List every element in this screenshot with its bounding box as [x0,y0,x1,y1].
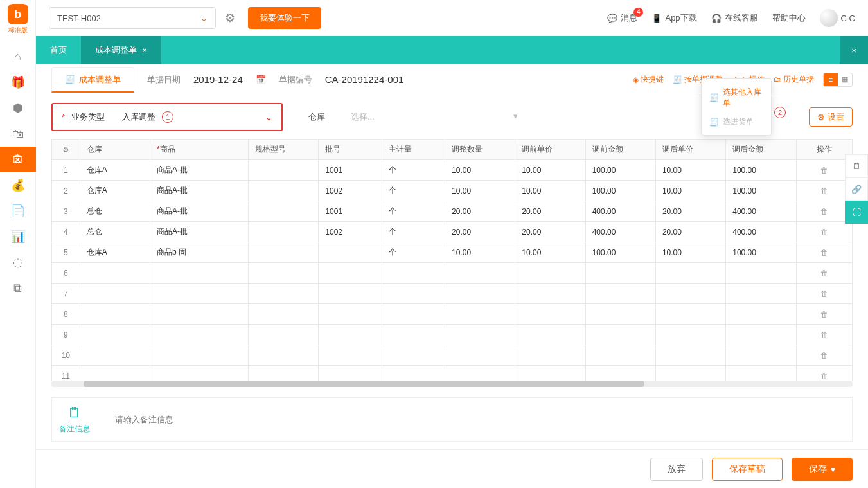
date-value[interactable]: 2019-12-24 [193,74,243,85]
popup-other-inbound[interactable]: 🧾 选其他入库单 [702,83,771,113]
shortcut-button[interactable]: ◈ 快捷键 [633,74,664,85]
delete-icon[interactable]: 🗑 [820,228,828,237]
delete-icon[interactable]: 🗑 [820,330,828,339]
table-row[interactable]: 4总仓商品A-批1002个20.0020.00400.0020.00400.00… [52,222,853,242]
popup-purchase: 🧾 选进货单 [702,113,771,131]
delete-icon[interactable]: 🗑 [820,372,828,381]
col-post-amt: 调后金额 [726,140,796,160]
table-row[interactable]: 9🗑 [52,325,853,345]
view-toggle[interactable]: ≡▦ [823,73,853,87]
table-row[interactable]: 5仓库A商品b 固个10.0010.00100.0010.00100.00🗑 [52,242,853,263]
col-product: *商品 [150,140,249,160]
document-icon: 🧾 [65,75,75,84]
nav-new-icon[interactable]: ⧉ [0,275,36,301]
help-button[interactable]: 帮助中心 [772,12,806,24]
annotation-1: 1 [162,111,173,123]
grid-view-icon[interactable]: ▦ [838,73,852,86]
settings-button[interactable]: ⚙ 设置 [809,107,853,127]
list-view-icon[interactable]: ≡ [824,73,838,86]
try-button[interactable]: 我要体验一下 [248,7,321,29]
delete-icon[interactable]: 🗑 [820,248,828,257]
table-row[interactable]: 7🗑 [52,284,853,304]
phone-icon: 📱 [651,14,662,23]
tab-home[interactable]: 首页 [36,36,81,64]
table-row[interactable]: 11🗑 [52,366,853,381]
close-all-icon[interactable]: × [840,36,868,64]
delete-icon[interactable]: 🗑 [820,310,828,319]
sidebar: b 标准版 ⌂ 🎁 ⬢ 🛍 🏚 💰 📄 📊 ◌ ⧉ [0,0,36,488]
nav-report-icon[interactable]: 📊 [0,224,36,249]
col-qty: 调整数量 [445,140,515,160]
table-row[interactable]: 8🗑 [52,304,853,325]
table-row[interactable]: 3总仓商品A-批1001个20.0020.00400.0020.00400.00… [52,201,853,222]
date-label: 单据日期 [147,74,181,86]
filters-row: * 业务类型 入库调整 1 ⌄ 仓库 选择... 🧾 选其他入库单 🧾 选进货单… [36,95,868,139]
col-unit: 主计量 [382,140,445,160]
user-menu[interactable]: C C [820,9,855,27]
data-table: ⚙ 仓库 *商品 规格型号 批号 主计量 调整数量 调前单价 调前金额 调后单价… [51,139,853,381]
chevron-down-icon: ⌄ [265,113,272,122]
warehouse-select[interactable]: 选择... [351,111,518,123]
nav-gift-icon[interactable]: 🎁 [0,69,36,95]
biz-value: 入库调整 [122,111,155,123]
table-row[interactable]: 6🗑 [52,263,853,284]
nav-house-icon[interactable]: ⬢ [0,95,36,121]
col-post-price: 调后单价 [655,140,725,160]
table-row[interactable]: 2仓库A商品A-批1002个10.0010.00100.0010.00100.0… [52,181,853,201]
remark-input[interactable] [109,398,852,441]
business-type-select[interactable]: * 业务类型 入库调整 1 ⌄ [51,103,283,131]
docno-label: 单据编号 [279,74,312,86]
save-draft-button[interactable]: 保存草稿 [712,458,783,481]
col-ops: 操作 [796,140,852,160]
delete-icon[interactable]: 🗑 [820,351,828,360]
table-row[interactable]: 10🗑 [52,345,853,366]
col-batch: 批号 [319,140,382,160]
delete-icon[interactable]: 🗑 [820,289,828,298]
horizontal-scrollbar[interactable] [51,381,853,387]
save-button[interactable]: 保存 ▾ [792,458,853,481]
avatar [820,9,838,27]
discard-button[interactable]: 放弃 [650,458,703,481]
delete-icon[interactable]: 🗑 [820,166,828,175]
docno-value: CA-20191224-001 [325,74,404,85]
col-spec: 规格型号 [249,140,319,160]
org-name: TEST-H002 [57,14,101,23]
remark-label: 🗒 备注信息 [52,398,97,441]
history-button[interactable]: 🗂 历史单据 [774,74,814,85]
close-icon[interactable]: × [142,45,147,55]
rail-link-icon[interactable]: 🔗 [845,177,868,201]
col-warehouse: 仓库 [80,140,150,160]
support-button[interactable]: 🎧 在线客服 [711,12,758,24]
org-select[interactable]: TEST-H002 ⌄ [49,7,216,29]
rail-expand-icon[interactable]: ⛶ [845,201,868,224]
doc-type-tab[interactable]: 🧾 成本调整单 [51,67,134,93]
rail-note-icon[interactable]: 🗒 [845,154,868,177]
table-row[interactable]: 1仓库A商品A-批1001个10.0010.00100.0010.00100.0… [52,160,853,181]
tab-cost-adjust[interactable]: 成本调整单 × [81,36,161,64]
annotation-2: 2 [774,107,786,118]
nav-home-icon[interactable]: ⌂ [0,44,36,69]
headset-icon: 🎧 [711,14,722,23]
calendar-icon[interactable]: 📅 [256,75,266,84]
remark-section: 🗒 备注信息 [51,397,853,442]
nav-doc-icon[interactable]: 📄 [0,198,36,224]
biz-label: 业务类型 [71,111,105,123]
nav-sync-icon[interactable]: ◌ [0,249,36,275]
note-icon: 🗒 [67,404,82,421]
nav-money-icon[interactable]: 💰 [0,172,36,198]
messages-button[interactable]: 💬 消息 4 [607,12,637,24]
col-pre-amt: 调前金额 [585,140,655,160]
delete-icon[interactable]: 🗑 [820,269,828,278]
app-download-button[interactable]: 📱 App下载 [651,12,696,24]
chevron-down-icon: ▾ [831,464,835,474]
gear-icon[interactable]: ⚙ [225,11,235,25]
message-icon: 💬 [607,14,617,23]
nav-bag-icon[interactable]: 🛍 [0,121,36,147]
row-config-icon[interactable]: ⚙ [52,140,80,160]
chevron-down-icon: ⌄ [200,14,208,23]
logo-icon: b [8,4,28,24]
select-bill-popup: 🧾 选其他入库单 🧾 选进货单 [701,78,772,136]
delete-icon[interactable]: 🗑 [820,186,828,195]
nav-warehouse-icon[interactable]: 🏚 [0,147,36,172]
delete-icon[interactable]: 🗑 [820,207,828,216]
